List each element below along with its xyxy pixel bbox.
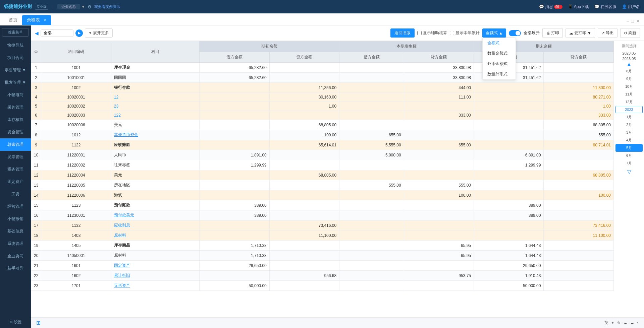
window-minimize-btn[interactable]: − bbox=[626, 18, 629, 24]
table-row[interactable]: 231701无形资产50,000.0050,000.00 bbox=[31, 281, 614, 291]
window-close-btn[interactable]: ✕ bbox=[636, 18, 640, 24]
table-row[interactable]: 81012其他货币资金100.00655.00555.00 bbox=[31, 130, 614, 140]
period-1[interactable]: 1月 bbox=[615, 113, 643, 121]
view-mode-foreign-amount[interactable]: 外币金额式 bbox=[483, 59, 516, 69]
period-11[interactable]: 11月 bbox=[615, 90, 643, 98]
table-row-name[interactable]: 应收账款 bbox=[111, 140, 200, 150]
table-row[interactable]: 1011220001人民币1,891.005,000.006,891.00 bbox=[31, 150, 614, 160]
print-btn[interactable]: 🖨 打印 bbox=[542, 28, 563, 38]
period-6[interactable]: 6月 bbox=[615, 152, 643, 159]
table-row[interactable]: 210010001回回回65,282.6033,830.9831,451.62 bbox=[31, 73, 614, 83]
table-row[interactable]: 31002银行存款11,356.00444.0011,800.00 bbox=[31, 83, 614, 93]
table-row[interactable]: 221602累计折旧956.68953.751,910.43 bbox=[31, 271, 614, 281]
table-row[interactable]: 171132应收利息73,416.0073,416.00 bbox=[31, 220, 614, 231]
tab-home[interactable]: 首页 bbox=[4, 15, 22, 25]
sidebar-item-system[interactable]: 系统管理 bbox=[0, 238, 31, 250]
table-row[interactable]: 1111220002往来标签1,299.991,299.99 bbox=[31, 160, 614, 170]
period-5[interactable]: 5月 bbox=[615, 144, 643, 152]
tab-balance[interactable]: 余额表 ✕ bbox=[22, 15, 51, 25]
table-row[interactable]: 151123预付账款389.00389.00 bbox=[31, 200, 614, 210]
sidebar-item-business[interactable]: 经营管理 bbox=[0, 200, 31, 213]
cloud-sync-icon[interactable]: ☁ bbox=[623, 321, 627, 325]
sidebar-item-basic[interactable]: 基础信息 bbox=[0, 225, 31, 238]
left-arrow-icon[interactable]: ◀ bbox=[35, 30, 39, 36]
show-ytd-checkbox[interactable] bbox=[450, 31, 454, 35]
table-row-name[interactable]: 预付款美元 bbox=[111, 210, 200, 220]
period-down-arrow[interactable]: ▽ bbox=[627, 169, 631, 175]
period-9[interactable]: 9月 bbox=[615, 75, 643, 83]
refresh-btn[interactable]: ↺ 刷新 bbox=[620, 28, 640, 38]
table-row-name[interactable]: 应收利息 bbox=[111, 220, 200, 231]
sidebar-item-guide[interactable]: 新手引导 bbox=[0, 262, 31, 275]
view-mode-btn[interactable]: 金额式 ▲ bbox=[482, 28, 506, 38]
period-4[interactable]: 4月 bbox=[615, 136, 643, 144]
period-12[interactable]: 12月 bbox=[615, 98, 643, 106]
table-row[interactable]: 610020003122333.00333.00 bbox=[31, 111, 614, 120]
sidebar-item-assets[interactable]: 固定资产 bbox=[0, 176, 31, 188]
nav-forward-btn[interactable]: ▶ bbox=[75, 29, 83, 37]
view-mode-dropdown[interactable]: 金额式 ▲ 金额式 数量金额式 外币金额式 数量外币式 bbox=[482, 28, 506, 38]
show-ytd-label[interactable]: 显示本年累计 bbox=[450, 30, 480, 36]
expand-icon[interactable]: ↕ bbox=[637, 321, 639, 325]
table-row[interactable]: 510020002231.001.00 bbox=[31, 102, 614, 111]
table-row[interactable]: 1211220004美元68,805.0068,805.00 bbox=[31, 170, 614, 180]
gear-icon[interactable]: ⚙ bbox=[88, 4, 92, 9]
expand-all-toggle[interactable] bbox=[509, 30, 521, 36]
table-row-name[interactable]: 库存商品 bbox=[111, 241, 200, 251]
table-row-name[interactable]: 原材料 bbox=[111, 231, 200, 241]
export-btn[interactable]: ↗ 导出 bbox=[598, 28, 618, 38]
tab-close-icon[interactable]: ✕ bbox=[43, 18, 46, 22]
star-icon[interactable]: ✦ bbox=[611, 321, 614, 325]
sidebar-item-wholesale[interactable]: 批发管理 ▼ bbox=[0, 76, 31, 89]
period-10[interactable]: 10月 bbox=[615, 83, 643, 90]
sidebar-item-invoice[interactable]: 发票管理 bbox=[0, 151, 31, 163]
table-row-name[interactable]: 122 bbox=[111, 111, 200, 120]
period-up-arrow[interactable]: ▲ bbox=[627, 61, 632, 67]
table-row-name[interactable]: 银行存款 bbox=[111, 83, 200, 93]
return-old-btn[interactable]: 返回旧版 bbox=[390, 28, 415, 38]
cloud-icon-2[interactable]: ☁ bbox=[630, 321, 634, 325]
period-2023[interactable]: 2023 bbox=[615, 106, 643, 113]
sidebar-settings-btn[interactable]: ⚙ 设置 bbox=[0, 316, 31, 328]
search-menu-btn[interactable]: 搜索菜单 bbox=[2, 28, 29, 37]
period-3[interactable]: 3月 bbox=[615, 129, 643, 136]
table-row[interactable]: 211601固定资产29,650.0029,650.00 bbox=[31, 261, 614, 271]
app-download-btn[interactable]: 📱 App下载 bbox=[568, 4, 589, 10]
view-mode-amount[interactable]: 金额式 bbox=[483, 38, 516, 48]
table-row-name[interactable]: 库存现金 bbox=[111, 63, 200, 73]
table-row-name[interactable]: 固定资产 bbox=[111, 261, 200, 271]
period-2[interactable]: 2月 bbox=[615, 121, 643, 129]
sidebar-item-retail[interactable]: 零售管理 ▼ bbox=[0, 64, 31, 76]
show-assist-checkbox[interactable] bbox=[417, 31, 422, 35]
sidebar-item-finance[interactable]: 资金管理 bbox=[0, 126, 31, 138]
sidebar-item-purchase[interactable]: 采购管理 bbox=[0, 101, 31, 114]
sidebar-item-inventory[interactable]: 库存核算 bbox=[0, 114, 31, 126]
expand-btn[interactable]: ▼ 展开更多 bbox=[85, 28, 113, 38]
period-8[interactable]: 8月 bbox=[615, 67, 643, 75]
online-service-btn[interactable]: 💬 在线客服 bbox=[594, 4, 616, 10]
table-row-name[interactable]: 无形资产 bbox=[111, 281, 200, 291]
table-row[interactable]: 11001库存现金65,282.6033,830.9831,451.62 bbox=[31, 63, 614, 73]
sidebar-item-tax[interactable]: 税务管理 bbox=[0, 163, 31, 176]
table-row-name[interactable]: 23 bbox=[111, 102, 200, 111]
table-row[interactable]: 1611230001预付款美元389.00389.00 bbox=[31, 210, 614, 220]
input-box[interactable]: 企业名称 ▼ bbox=[57, 4, 85, 9]
period-7[interactable]: 7月 bbox=[615, 159, 643, 167]
sidebar-item-ecommerce[interactable]: 小畅电商 bbox=[0, 89, 31, 101]
cloud-print-btn[interactable]: ☁ 云打印 ▼ bbox=[566, 28, 595, 38]
table-row[interactable]: 91122应收账款65,614.015,555.00655.0060,714.0… bbox=[31, 140, 614, 150]
demo-link[interactable]: 我要看实例演示 bbox=[94, 4, 120, 9]
message-btn[interactable]: 💬 消息 99+ bbox=[539, 4, 562, 10]
sidebar-item-quick-nav[interactable]: 快捷导航 bbox=[0, 39, 31, 52]
table-row-name[interactable]: 预付账款 bbox=[111, 200, 200, 210]
table-row-name[interactable]: 其他货币资金 bbox=[111, 130, 200, 140]
sidebar-item-accounting[interactable]: 总账管理 bbox=[0, 138, 31, 151]
table-row[interactable]: 4100200011280,160.00111.0080,271.00 bbox=[31, 93, 614, 102]
edit-icon[interactable]: ✎ bbox=[617, 321, 621, 325]
table-row[interactable]: 2014050001原材料1,710.3865.951,644.43 bbox=[31, 251, 614, 261]
table-row-name[interactable]: 累计折旧 bbox=[111, 271, 200, 281]
table-row[interactable]: 1411220006游戏100.00100.00 bbox=[31, 190, 614, 200]
search-input[interactable] bbox=[44, 31, 70, 36]
sidebar-item-cooperation[interactable]: 企业协同 bbox=[0, 250, 31, 262]
user-avatar[interactable]: 👤 用户名 bbox=[622, 4, 640, 10]
